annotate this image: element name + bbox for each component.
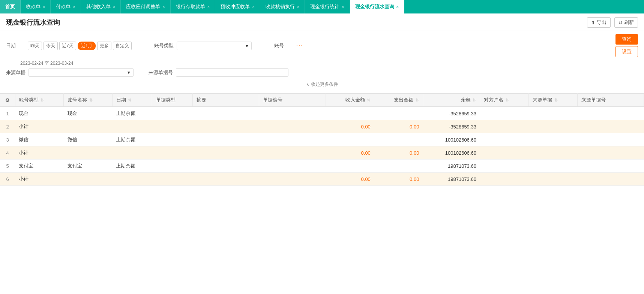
date-custom-btn[interactable]: 自定义 xyxy=(113,42,132,50)
row-doc-no xyxy=(259,160,326,173)
account-label: 账号 xyxy=(274,42,293,49)
row-expense xyxy=(374,160,423,173)
row-expense xyxy=(374,107,423,120)
date-filter-group: 日期 昨天 今天 近7天 近1月 更多 自定义 xyxy=(6,42,132,50)
source-doc-no-input[interactable] xyxy=(176,68,288,77)
refresh-button[interactable]: ↺ 刷新 xyxy=(614,17,638,28)
row-seq: 1 xyxy=(0,107,15,120)
table-row: 6小计0.000.0019871073.60 xyxy=(0,173,644,186)
query-button[interactable]: 查询 xyxy=(615,34,638,45)
account-dots-btn[interactable]: ··· xyxy=(296,42,303,49)
row-account-type: 支付宝 xyxy=(15,160,64,173)
main-content: 现金银行流水查询 ⬆ 导出 ↺ 刷新 日期 昨天 今天 近7天 近1月 xyxy=(0,13,644,294)
nav-collect-verify[interactable]: 收款核销执行 × xyxy=(260,0,305,13)
nav-bank-deposit[interactable]: 银行存取款单 × xyxy=(171,0,215,13)
sort-icon xyxy=(554,98,558,103)
column-doc-no[interactable]: 单据编号 xyxy=(259,94,326,107)
row-income xyxy=(326,160,374,173)
collapse-label: 收起更多条件 xyxy=(311,81,338,88)
row-source-doc xyxy=(528,173,577,186)
row-date: 上期余额 xyxy=(112,160,152,173)
row-seq: 2 xyxy=(0,120,15,133)
date-more-btn[interactable]: 更多 xyxy=(97,42,111,50)
column-date[interactable]: 日期 xyxy=(112,94,152,107)
nav-payments[interactable]: 付款单 × xyxy=(51,0,81,13)
column-source-doc-no[interactable]: 来源单据号 xyxy=(577,94,644,107)
date-last7-btn[interactable]: 近7天 xyxy=(59,42,76,50)
row-source-doc-no xyxy=(577,107,644,120)
row-balance: -3528659.33 xyxy=(423,120,480,133)
nav-prepay-offset[interactable]: 预收冲应收单 × xyxy=(215,0,260,13)
date-last1m-btn[interactable]: 近1月 xyxy=(78,42,96,50)
column-source-doc[interactable]: 来源单据 xyxy=(528,94,577,107)
collapse-bar[interactable]: 收起更多条件 xyxy=(6,80,638,89)
source-doc-no-label: 来源单据号 xyxy=(149,69,173,76)
date-today-btn[interactable]: 今天 xyxy=(44,42,58,50)
nav-cash-bank-flow[interactable]: 现金银行流水查询 × xyxy=(350,0,404,13)
column-counterpart[interactable]: 对方户名 xyxy=(480,94,529,107)
row-doc-no xyxy=(259,133,326,146)
column-expense-label: 支出金额 xyxy=(394,97,413,103)
row-doc-no xyxy=(259,146,326,160)
close-icon[interactable]: × xyxy=(162,4,165,9)
table-row: 2小计0.000.00-3528659.33 xyxy=(0,120,644,133)
sort-icon xyxy=(89,98,93,103)
column-summary-label: 摘要 xyxy=(197,97,206,103)
row-counterpart xyxy=(480,120,529,133)
row-counterpart xyxy=(480,173,529,186)
nav-other-income[interactable]: 其他收入单 × xyxy=(81,0,121,13)
column-summary[interactable]: 摘要 xyxy=(192,94,259,107)
column-source-doc-label: 来源单据 xyxy=(533,97,552,103)
export-button[interactable]: ⬆ 导出 xyxy=(587,17,611,28)
column-expense[interactable]: 支出金额 xyxy=(374,94,423,107)
column-account-name-label: 账号名称 xyxy=(68,97,87,103)
close-icon[interactable]: × xyxy=(342,4,344,9)
column-doc-type[interactable]: 单据类型 xyxy=(152,94,193,107)
column-settings[interactable] xyxy=(0,94,15,107)
row-expense: 0.00 xyxy=(374,146,423,160)
close-icon[interactable]: × xyxy=(113,4,115,9)
column-income[interactable]: 收入金额 xyxy=(326,94,374,107)
data-table: 账号类型 账号名称 日期 单据类型 摘要 xyxy=(0,93,644,186)
header-actions: ⬆ 导出 ↺ 刷新 xyxy=(587,17,638,28)
row-income: 0.00 xyxy=(326,146,374,160)
table-body: 1现金现金上期余额-3528659.332小计0.000.00-3528659.… xyxy=(0,107,644,186)
row-source-doc xyxy=(528,146,577,160)
row-account-name: 微信 xyxy=(64,133,113,146)
settings-button[interactable]: 设置 xyxy=(615,46,638,57)
chevron-down-icon xyxy=(128,70,130,75)
refresh-icon: ↺ xyxy=(618,20,623,25)
account-type-filter-group: 账号类型 xyxy=(154,42,252,50)
column-doc-type-label: 单据类型 xyxy=(156,97,176,103)
row-date: 上期余额 xyxy=(112,107,152,120)
column-balance[interactable]: 余额 xyxy=(423,94,480,107)
row-summary xyxy=(192,107,259,120)
account-type-label: 账号类型 xyxy=(154,42,174,49)
row-summary xyxy=(192,160,259,173)
table-area: 账号类型 账号名称 日期 单据类型 摘要 xyxy=(0,93,644,186)
close-icon[interactable]: × xyxy=(43,4,45,9)
row-summary xyxy=(192,146,259,160)
column-source-doc-no-label: 来源单据号 xyxy=(581,97,606,103)
table-row: 4小计0.000.00100102606.60 xyxy=(0,146,644,160)
nav-receipts[interactable]: 收款单 × xyxy=(21,0,51,13)
column-balance-label: 余额 xyxy=(461,97,471,103)
date-yesterday-btn[interactable]: 昨天 xyxy=(28,42,42,50)
close-icon[interactable]: × xyxy=(207,4,210,9)
close-icon[interactable]: × xyxy=(396,4,399,9)
nav-home[interactable]: 首页 xyxy=(0,0,21,13)
close-icon[interactable]: × xyxy=(297,4,299,9)
column-counterpart-label: 对方户名 xyxy=(484,97,503,103)
column-account-type[interactable]: 账号类型 xyxy=(15,94,64,107)
nav-cash-bank-stats[interactable]: 现金银行统计 × xyxy=(305,0,350,13)
source-doc-select[interactable] xyxy=(29,68,134,77)
sort-icon xyxy=(367,98,370,103)
column-account-name[interactable]: 账号名称 xyxy=(64,94,113,107)
source-doc-no-filter-group: 来源单据号 xyxy=(149,68,288,77)
row-balance: 19871073.60 xyxy=(423,160,480,173)
row-counterpart xyxy=(480,133,529,146)
close-icon[interactable]: × xyxy=(73,4,75,9)
nav-ar-ap-adjust[interactable]: 应收应付调整单 × xyxy=(121,0,170,13)
close-icon[interactable]: × xyxy=(252,4,254,9)
account-type-select[interactable] xyxy=(177,42,252,50)
